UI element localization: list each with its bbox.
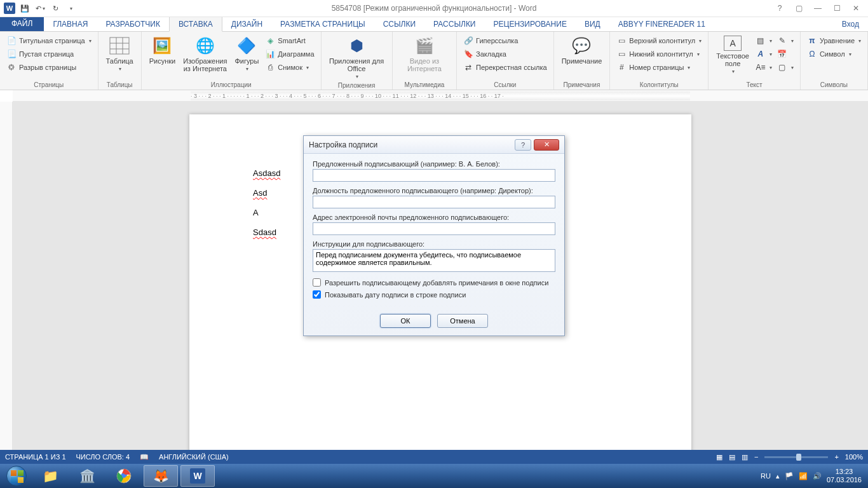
shapes-icon: 🔷 xyxy=(236,36,257,56)
signature-icon: ✎ xyxy=(777,36,787,46)
taskbar-chrome[interactable] xyxy=(107,465,141,487)
page-break-button[interactable]: ⯐Разрыв страницы xyxy=(5,61,93,74)
tab-mailings[interactable]: РАССЫЛКИ xyxy=(424,17,484,31)
view-read-icon[interactable]: ▦ xyxy=(716,453,722,461)
status-page[interactable]: СТРАНИЦА 1 ИЗ 1 xyxy=(5,453,66,461)
ok-button[interactable]: ОК xyxy=(380,314,431,328)
instructions-textarea[interactable]: Перед подписанием документа убедитесь, ч… xyxy=(313,249,555,272)
tab-home[interactable]: ГЛАВНАЯ xyxy=(44,17,97,31)
taskbar: 📁 🏛️ 🦊 W RU ▴ 🏳️ 📶 🔊 13:23 07.03.2016 xyxy=(0,464,868,488)
close-icon[interactable]: ✕ xyxy=(850,3,862,14)
taskbar-word[interactable]: W xyxy=(180,465,215,487)
view-web-icon[interactable]: ▥ xyxy=(742,453,748,461)
hyperlink-button[interactable]: 🔗Гиперссылка xyxy=(462,34,548,47)
app-icon[interactable]: W xyxy=(3,1,17,15)
group-text: AТекстовое поле▾ ▤▾ A▾ A≡▾ ✎▾ 📅 ▢▾ Текст xyxy=(709,32,801,90)
object-button[interactable]: ▢▾ xyxy=(776,61,795,74)
equation-button[interactable]: πУравнение▾ xyxy=(806,34,862,47)
maximize-icon[interactable]: ☐ xyxy=(831,3,843,14)
taskbar-explorer[interactable]: 📁 xyxy=(33,465,67,487)
footer-button[interactable]: ▭Нижний колонтитул▾ xyxy=(615,48,703,60)
tab-review[interactable]: РЕЦЕНЗИРОВАНИЕ xyxy=(485,17,576,31)
signer-input[interactable] xyxy=(313,169,555,182)
zoom-slider[interactable] xyxy=(764,456,828,458)
group-pages-label: Страницы xyxy=(5,80,93,88)
qat-customize-icon[interactable]: ▾ xyxy=(64,1,78,15)
zoom-level[interactable]: 100% xyxy=(845,453,863,461)
zoom-in-icon[interactable]: + xyxy=(834,453,838,461)
date-time-button[interactable]: 📅 xyxy=(776,48,795,60)
screenshot-button[interactable]: ⎙Снимок▾ xyxy=(264,61,315,74)
signer-title-input[interactable] xyxy=(313,196,555,208)
start-button[interactable] xyxy=(3,465,31,487)
zoom-out-icon[interactable]: − xyxy=(754,453,758,461)
shapes-button[interactable]: 🔷Фигуры▾ xyxy=(232,34,261,73)
show-date-checkbox[interactable] xyxy=(313,290,321,299)
online-video-button[interactable]: 🎬Видео из Интернета xyxy=(398,34,451,74)
dialog-help-button[interactable]: ? xyxy=(515,139,531,151)
group-header-footer: ▭Верхний колонтитул▾ ▭Нижний колонтитул▾… xyxy=(610,32,709,90)
status-proofing-icon[interactable]: 📖 xyxy=(140,453,149,461)
redo-icon[interactable]: ↻ xyxy=(48,1,62,15)
dialog-close-button[interactable]: ✕ xyxy=(534,139,559,151)
page-number-button[interactable]: #Номер страницы▾ xyxy=(615,61,703,74)
dialog-titlebar[interactable]: Настройка подписи ? ✕ xyxy=(304,136,564,154)
tab-file[interactable]: ФАЙЛ xyxy=(0,16,44,31)
symbol-button[interactable]: ΩСимвол▾ xyxy=(806,48,862,60)
signature-setup-dialog: Настройка подписи ? ✕ Предложенный подпи… xyxy=(303,135,565,336)
tab-view[interactable]: ВИД xyxy=(576,17,609,31)
help-icon[interactable]: ? xyxy=(774,3,785,14)
tray-network-icon[interactable]: 📶 xyxy=(799,472,808,480)
header-button[interactable]: ▭Верхний колонтитул▾ xyxy=(615,34,703,47)
tray-flag-icon[interactable]: ▴ xyxy=(776,472,780,480)
save-icon[interactable]: 💾 xyxy=(18,1,32,15)
undo-icon[interactable]: ↶▾ xyxy=(33,1,47,15)
ribbon-display-icon[interactable]: ▢ xyxy=(793,3,804,14)
minimize-icon[interactable]: — xyxy=(812,3,824,14)
table-button[interactable]: Таблица▾ xyxy=(104,34,136,73)
tab-page-layout[interactable]: РАЗМЕТКА СТРАНИЦЫ xyxy=(271,17,374,31)
wordart-button[interactable]: A▾ xyxy=(754,48,773,60)
sign-in-link[interactable]: Вход xyxy=(833,17,868,31)
tray-lang[interactable]: RU xyxy=(761,472,771,480)
group-tables-label: Таблицы xyxy=(104,80,136,88)
ruler-horizontal[interactable]: · 3 · · · 2 · · · 1 · · · · · · 1 · · · … xyxy=(13,90,868,102)
tab-developer[interactable]: Разработчик xyxy=(97,17,169,31)
status-lang[interactable]: АНГЛИЙСКИЙ (США) xyxy=(159,453,229,461)
cancel-button[interactable]: Отмена xyxy=(437,314,488,328)
tab-abbyy[interactable]: ABBYY FineReader 11 xyxy=(609,17,714,31)
group-illustrations: 🖼️Рисунки 🌐Изображения из Интернета 🔷Фиг… xyxy=(142,32,322,90)
tab-design[interactable]: ДИЗАЙН xyxy=(222,17,271,31)
quick-parts-icon: ▤ xyxy=(756,36,766,46)
online-pictures-button[interactable]: 🌐Изображения из Интернета xyxy=(180,34,229,74)
comment-icon: 💬 xyxy=(571,36,592,56)
pictures-button[interactable]: 🖼️Рисунки xyxy=(147,34,179,66)
chart-button[interactable]: 📊Диаграмма xyxy=(264,48,315,60)
tab-insert[interactable]: ВСТАВКА xyxy=(169,17,222,32)
view-print-icon[interactable]: ▤ xyxy=(729,453,735,461)
taskbar-firefox[interactable]: 🦊 xyxy=(144,465,178,487)
smartart-button[interactable]: ◈SmartArt xyxy=(264,34,315,47)
allow-comments-checkbox[interactable] xyxy=(313,278,321,287)
tray-clock[interactable]: 13:23 07.03.2016 xyxy=(827,468,862,484)
tray-action-center-icon[interactable]: 🏳️ xyxy=(785,472,794,480)
taskbar-app-red[interactable]: 🏛️ xyxy=(70,465,104,487)
blank-page-button[interactable]: 📃Пустая страница xyxy=(5,48,93,60)
comment-button[interactable]: 💬Примечание xyxy=(559,34,605,66)
tab-references[interactable]: ССЫЛКИ xyxy=(374,17,424,31)
cover-page-button[interactable]: 📄Титульная страница▾ xyxy=(5,34,93,47)
signature-button[interactable]: ✎▾ xyxy=(776,34,795,47)
textbox-button[interactable]: AТекстовое поле▾ xyxy=(714,34,752,76)
quick-parts-button[interactable]: ▤▾ xyxy=(754,34,773,47)
tray-volume-icon[interactable]: 🔊 xyxy=(813,472,822,480)
signer-email-input[interactable] xyxy=(313,222,555,235)
page-number-icon: # xyxy=(616,62,627,72)
equation-icon: π xyxy=(807,36,817,46)
status-words[interactable]: ЧИСЛО СЛОВ: 4 xyxy=(76,453,130,461)
bookmark-button[interactable]: 🔖Закладка xyxy=(462,48,548,60)
crossref-button[interactable]: ⇄Перекрестная ссылка xyxy=(462,61,548,74)
office-apps-button[interactable]: ⬢Приложения для Office▾ xyxy=(327,34,387,81)
ruler-vertical[interactable] xyxy=(0,102,13,464)
cover-page-icon: 📄 xyxy=(6,36,17,46)
drop-cap-button[interactable]: A≡▾ xyxy=(754,61,773,74)
